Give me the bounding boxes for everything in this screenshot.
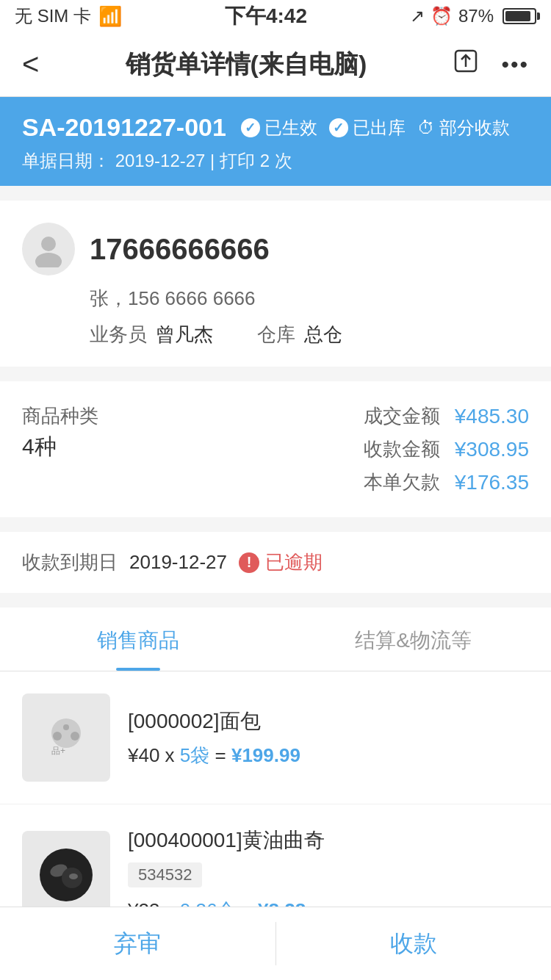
sales-name: 曾凡杰 xyxy=(156,322,213,347)
deal-amount-row: 成交金额 ¥485.30 xyxy=(364,403,529,429)
overdue-label: 已逾期 xyxy=(265,550,323,575)
svg-point-6 xyxy=(71,732,79,741)
list-item: 品+ [0000002]面包 ¥40 x 5袋 = ¥199.99 xyxy=(0,671,551,804)
svg-text:品+: 品+ xyxy=(51,746,65,756)
back-button[interactable]: < xyxy=(22,48,39,81)
equals-1: = xyxy=(209,744,231,766)
collect-payment-button[interactable]: 收款 xyxy=(276,907,552,980)
svg-point-3 xyxy=(35,253,62,267)
svg-point-5 xyxy=(53,732,62,741)
warehouse-label: 仓库 xyxy=(257,322,295,347)
cancel-audit-label: 弃审 xyxy=(114,928,161,960)
status-bar: 无 SIM 卡 📶 下午4:42 ↗ ⏰ 87% xyxy=(0,0,551,32)
deal-value: ¥485.30 xyxy=(455,405,529,428)
product-price-1: ¥40 x 5袋 = ¥199.99 xyxy=(128,743,529,768)
product-tag-2: 534532 xyxy=(128,862,202,887)
deal-label: 成交金额 xyxy=(364,403,440,429)
warehouse-name: 总仓 xyxy=(304,322,342,347)
tab-sales-label: 销售商品 xyxy=(97,629,179,652)
type-count: 4种 xyxy=(22,432,98,462)
debt-amount-row: 本单欠款 ¥176.35 xyxy=(364,469,529,495)
clock-icon: ⏱ xyxy=(417,118,435,138)
total-1: ¥199.99 xyxy=(231,744,300,766)
product-image-2 xyxy=(22,831,110,919)
order-meta: 单据日期： 2019-12-27 | 打印 2 次 xyxy=(22,149,529,173)
meta-date-value: 2019-12-27 xyxy=(115,151,206,170)
stats-right: 成交金额 ¥485.30 收款金额 ¥308.95 本单欠款 ¥176.35 xyxy=(364,403,529,495)
product-name-1: [0000002]面包 xyxy=(128,707,529,735)
nav-bar: < 销货单详情(来自电脑) ••• xyxy=(0,32,551,97)
time-label: 下午4:42 xyxy=(225,2,307,30)
bottom-action-bar: 弃审 收款 xyxy=(0,907,551,980)
alarm-icon: ⏰ xyxy=(431,6,453,26)
wifi-icon: 📶 xyxy=(98,5,122,28)
tabs-section: 销售商品 结算&物流等 品+ [0000002]面包 ¥40 x 5袋 = xyxy=(0,608,551,946)
more-button[interactable]: ••• xyxy=(501,52,529,77)
received-value: ¥308.95 xyxy=(455,438,529,461)
sales-label: 业务员 xyxy=(90,322,147,347)
tab-settlement[interactable]: 结算&物流等 xyxy=(276,608,551,671)
svg-point-2 xyxy=(41,237,56,251)
tabs-header: 销售商品 结算&物流等 xyxy=(0,608,551,671)
order-badges: ✓ 已生效 ✓ 已出库 ⏱ 部分收款 xyxy=(241,116,510,140)
received-label: 收款金额 xyxy=(364,436,440,462)
overdue-icon: ! xyxy=(239,552,259,573)
customer-contact: 张，156 6666 6666 xyxy=(22,286,529,311)
badge-partial-label: 部分收款 xyxy=(439,116,510,140)
warehouse-info: 仓库 总仓 xyxy=(257,322,342,347)
customer-section: 17666666666 张，156 6666 6666 业务员 曾凡杰 仓库 总… xyxy=(0,201,551,367)
order-header-banner: SA-20191227-001 ✓ 已生效 ✓ 已出库 ⏱ 部分收款 单据日期：… xyxy=(0,97,551,186)
type-label: 商品种类 xyxy=(22,403,98,429)
nav-right-actions: ••• xyxy=(453,48,529,81)
carrier-label: 无 SIM 卡 xyxy=(15,4,91,28)
status-right: ↗ ⏰ 87% xyxy=(410,6,536,26)
battery-icon xyxy=(503,8,536,24)
badge-effective-label: 已生效 xyxy=(264,116,317,140)
customer-id: 17666666666 xyxy=(90,233,270,266)
overdue-badge: ! 已逾期 xyxy=(239,550,323,575)
badge-partial: ⏱ 部分收款 xyxy=(417,116,510,140)
meta-print-count: 2 xyxy=(260,151,270,170)
product-image-1: 品+ xyxy=(22,693,110,782)
qty-1: 5袋 xyxy=(180,744,209,766)
product-name-2: [000400001]黄油曲奇 xyxy=(128,826,529,854)
customer-avatar xyxy=(22,223,75,275)
check-icon-1: ✓ xyxy=(241,118,260,137)
badge-shipped-label: 已出库 xyxy=(353,116,406,140)
tab-settlement-label: 结算&物流等 xyxy=(355,629,472,652)
debt-label: 本单欠款 xyxy=(364,469,440,495)
page-title: 销货单详情(来自电脑) xyxy=(126,48,367,82)
product-list: 品+ [0000002]面包 ¥40 x 5袋 = ¥199.99 xyxy=(0,671,551,946)
svg-point-12 xyxy=(69,873,78,879)
sales-info: 业务员 曾凡杰 xyxy=(90,322,213,347)
customer-meta: 业务员 曾凡杰 仓库 总仓 xyxy=(22,322,529,347)
order-number: SA-20191227-001 xyxy=(22,113,226,142)
badge-shipped: ✓ 已出库 xyxy=(329,116,406,140)
collect-payment-label: 收款 xyxy=(390,928,437,960)
share-button[interactable] xyxy=(453,48,479,81)
due-label: 收款到期日 xyxy=(22,550,118,575)
tab-sales-products[interactable]: 销售商品 xyxy=(0,608,276,671)
due-date-value: 2019-12-27 xyxy=(129,551,227,574)
svg-point-7 xyxy=(63,724,69,730)
check-icon-2: ✓ xyxy=(329,118,348,137)
debt-value: ¥176.35 xyxy=(455,471,529,494)
battery-label: 87% xyxy=(458,6,494,26)
meta-print-suffix: 次 xyxy=(275,151,292,170)
price-base-1: ¥40 x xyxy=(128,744,180,766)
due-date-section: 收款到期日 2019-12-27 ! 已逾期 xyxy=(0,532,551,593)
meta-print-label: | 打印 xyxy=(210,151,255,170)
received-amount-row: 收款金额 ¥308.95 xyxy=(364,436,529,462)
meta-date-label: 单据日期： xyxy=(22,151,110,170)
status-left: 无 SIM 卡 📶 xyxy=(15,4,122,28)
product-info-1: [0000002]面包 ¥40 x 5袋 = ¥199.99 xyxy=(128,707,529,768)
stats-left: 商品种类 4种 xyxy=(22,403,98,462)
cancel-audit-button[interactable]: 弃审 xyxy=(0,907,276,980)
stats-section: 商品种类 4种 成交金额 ¥485.30 收款金额 ¥308.95 本单欠款 ¥… xyxy=(0,381,551,517)
badge-effective: ✓ 已生效 xyxy=(241,116,317,140)
location-icon: ↗ xyxy=(410,6,425,26)
